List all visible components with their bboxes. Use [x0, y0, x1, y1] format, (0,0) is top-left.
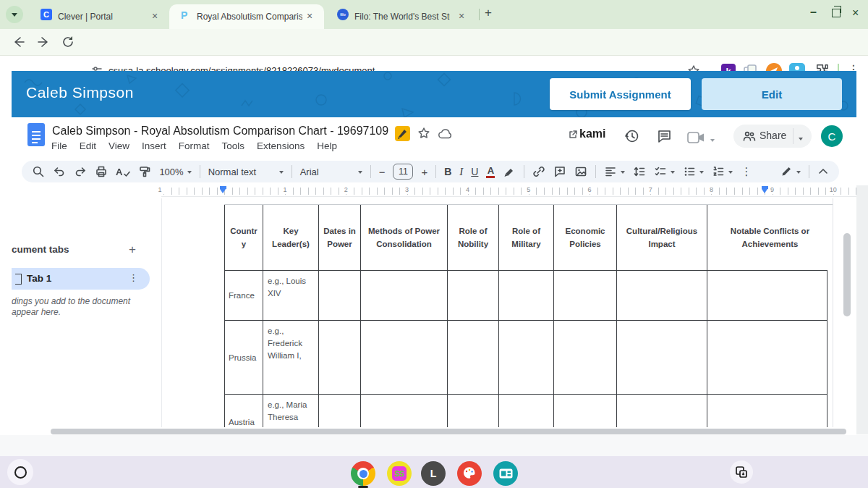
minimize-button[interactable]: –	[810, 6, 817, 19]
menu-item[interactable]: Insert	[142, 140, 166, 151]
table-header-cell[interactable]: Key Leader(s)	[263, 205, 318, 270]
country-cell[interactable]: Austria	[224, 395, 263, 427]
styles-select[interactable]: Normal text	[208, 167, 284, 177]
spell-check-icon[interactable]: A	[116, 166, 130, 177]
empty-cell[interactable]	[447, 395, 498, 427]
bulleted-list-select[interactable]	[683, 165, 704, 178]
forward-icon[interactable]	[36, 35, 51, 49]
close-tab-icon[interactable]: ×	[307, 11, 312, 21]
paint-format-icon[interactable]	[138, 165, 151, 178]
country-cell[interactable]: France	[224, 271, 263, 320]
close-window-button[interactable]: ×	[852, 7, 859, 20]
reload-icon[interactable]	[61, 35, 75, 49]
table-header-cell[interactable]: Role of Nobility	[447, 205, 498, 270]
canvas-app-icon[interactable]	[457, 461, 482, 486]
news-app-icon[interactable]	[493, 461, 518, 486]
text-color-button[interactable]: A	[486, 166, 495, 178]
tab-options-icon[interactable]: ⋮	[129, 272, 138, 283]
share-button[interactable]: Share	[733, 125, 812, 148]
menu-item[interactable]: Format	[179, 140, 210, 151]
indent-marker-bar[interactable]	[220, 186, 226, 189]
chrome-app-icon[interactable]	[351, 461, 375, 486]
table-header-cell[interactable]: Country	[224, 205, 263, 270]
empty-cell[interactable]	[707, 271, 827, 320]
align-select[interactable]	[604, 165, 625, 178]
font-select[interactable]: Arial	[300, 167, 362, 177]
line-spacing-icon[interactable]	[633, 165, 646, 178]
screen-capture-button[interactable]	[730, 460, 753, 484]
close-tab-icon[interactable]: ×	[152, 11, 158, 21]
empty-cell[interactable]	[498, 395, 553, 427]
empty-cell[interactable]	[553, 395, 616, 427]
empty-cell[interactable]	[447, 321, 498, 394]
comments-icon[interactable]	[657, 129, 672, 144]
empty-cell[interactable]	[360, 321, 447, 394]
table-header-cell[interactable]: Methods of Power Consolidation	[360, 205, 447, 270]
menu-item[interactable]: Help	[317, 140, 337, 151]
more-options-icon[interactable]: ⋮	[741, 165, 752, 178]
kami-badge-icon[interactable]	[395, 126, 410, 141]
star-document-icon[interactable]	[417, 127, 430, 140]
add-comment-icon[interactable]	[553, 165, 566, 178]
l-app-icon[interactable]: L	[421, 461, 446, 486]
table-header-cell[interactable]: Dates in Power	[318, 205, 360, 270]
empty-cell[interactable]	[707, 395, 827, 427]
empty-cell[interactable]	[447, 271, 498, 320]
leader-cell[interactable]: e.g., Louis XIV	[263, 271, 318, 320]
hide-menus-icon[interactable]	[817, 166, 829, 177]
browser-tab-royal-absolutism[interactable]: P Royal Absolutism Comparison ×	[169, 4, 324, 29]
edit-button[interactable]: Edit	[702, 78, 842, 110]
empty-cell[interactable]	[553, 271, 616, 320]
right-indent-marker[interactable]	[762, 189, 767, 196]
new-tab-button[interactable]: +	[485, 6, 492, 20]
menu-item[interactable]: Extensions	[257, 140, 305, 151]
insert-link-icon[interactable]	[532, 165, 545, 178]
add-tab-button[interactable]: +	[129, 243, 136, 257]
underline-button[interactable]: U	[471, 166, 478, 177]
empty-cell[interactable]	[318, 395, 360, 427]
empty-cell[interactable]	[707, 321, 827, 394]
insert-image-icon[interactable]	[574, 165, 587, 178]
empty-cell[interactable]	[616, 321, 707, 394]
browser-tab-clever[interactable]: C Clever | Portal ×	[27, 4, 169, 29]
meet-video-icon[interactable]	[687, 132, 705, 143]
print-icon[interactable]	[95, 165, 108, 178]
empty-cell[interactable]	[553, 321, 616, 394]
numbered-list-select[interactable]	[712, 165, 733, 178]
share-caret-icon[interactable]	[799, 138, 803, 143]
vertical-scrollbar[interactable]	[843, 233, 851, 316]
empty-cell[interactable]	[360, 395, 447, 427]
ss-app-icon[interactable]: SS	[387, 461, 412, 486]
increase-font-button[interactable]: +	[421, 166, 427, 178]
highlight-color-icon[interactable]	[503, 165, 516, 178]
empty-cell[interactable]	[360, 271, 447, 320]
tab-search-button[interactable]	[6, 6, 23, 23]
menu-item[interactable]: Edit	[80, 140, 96, 151]
empty-cell[interactable]	[616, 395, 707, 427]
empty-cell[interactable]	[498, 271, 553, 320]
back-icon[interactable]	[12, 35, 26, 49]
left-indent-marker[interactable]	[220, 189, 226, 196]
cloud-status-icon[interactable]	[438, 127, 454, 140]
menu-item[interactable]: Tools	[222, 140, 245, 151]
restore-button[interactable]	[832, 9, 841, 17]
zoom-select[interactable]: 100%	[159, 167, 191, 177]
launcher-button[interactable]	[7, 459, 33, 485]
version-history-icon[interactable]	[624, 128, 640, 144]
submit-assignment-button[interactable]: Submit Assignment	[550, 78, 691, 110]
browser-tab-filo[interactable]: filo Filo: The World's Best Study He ×	[327, 4, 477, 29]
docs-scroll-track[interactable]	[856, 185, 868, 434]
empty-cell[interactable]	[616, 271, 707, 320]
ruler[interactable]	[161, 188, 856, 195]
horizontal-scrollbar[interactable]	[51, 429, 846, 434]
document-title[interactable]: Caleb Simpson - Royal Absolutism Compari…	[52, 125, 388, 138]
empty-cell[interactable]	[498, 321, 553, 394]
undo-icon[interactable]	[53, 165, 66, 178]
account-avatar[interactable]: C	[821, 125, 843, 147]
menu-item[interactable]: File	[51, 140, 67, 151]
table-header-cell[interactable]: Notable Conflicts or Achievements	[707, 205, 833, 270]
country-cell[interactable]: Prussia	[224, 321, 263, 394]
table-header-cell[interactable]: Economic Policies	[553, 205, 616, 270]
leader-cell[interactable]: e.g., Maria Theresa	[263, 395, 318, 427]
menu-item[interactable]: View	[109, 140, 129, 151]
